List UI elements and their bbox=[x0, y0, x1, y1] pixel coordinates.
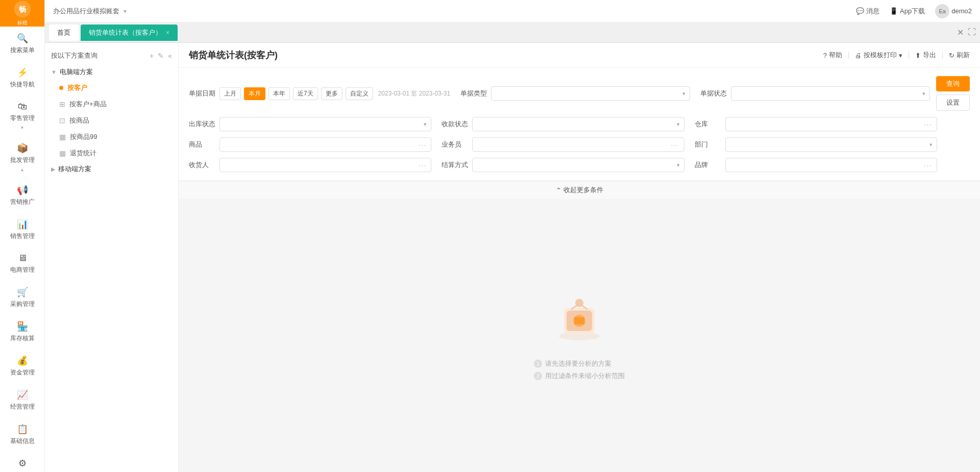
sidebar-item-purchase-mgmt[interactable]: 🛒 采购管理 bbox=[0, 280, 45, 315]
tab-sales-stats-label: 销货单统计表（按客户） bbox=[89, 28, 162, 37]
receiver-select[interactable]: ··· bbox=[219, 158, 431, 172]
brand-select[interactable]: ··· bbox=[725, 158, 937, 172]
sidebar-item-operation-mgmt[interactable]: 📈 经营管理 bbox=[0, 383, 45, 417]
custom-btn[interactable]: 自定义 bbox=[346, 87, 373, 100]
left-panel-title: 按以下方案查询 bbox=[51, 51, 97, 60]
doc-type-select[interactable]: ▾ bbox=[491, 86, 690, 101]
edit-scheme-button[interactable]: ✎ bbox=[158, 52, 164, 60]
tab-home[interactable]: 首页 bbox=[49, 25, 79, 41]
out-status-select[interactable]: ▾ bbox=[219, 117, 431, 131]
filter-product-control: ··· bbox=[219, 137, 431, 152]
salesman-dots-icon: ··· bbox=[671, 141, 680, 149]
close-window-icon[interactable]: ✕ bbox=[957, 28, 964, 37]
sidebar-item-label: 营销推广 bbox=[10, 198, 35, 206]
department-arrow-icon: ▾ bbox=[929, 141, 933, 148]
collapse-panel-button[interactable]: « bbox=[168, 52, 172, 60]
query-button[interactable]: 查询 bbox=[936, 76, 970, 91]
filter-payment-status: 收款状态 ▾ bbox=[442, 117, 684, 131]
settings-button[interactable]: 设置 bbox=[936, 95, 970, 111]
filter-doc-status: 单据状态 ▾ bbox=[700, 86, 930, 101]
sidebar-item-label: 经营管理 bbox=[10, 403, 35, 411]
export-button[interactable]: ⬆ 导出 bbox=[915, 51, 936, 60]
salesman-select[interactable]: ··· bbox=[472, 137, 684, 152]
tab-close-icon[interactable]: × bbox=[166, 29, 169, 36]
sidebar-item-search-menu[interactable]: 🔍 搜索菜单 bbox=[0, 27, 45, 61]
scheme-group-mobile-title[interactable]: ▶ 移动端方案 bbox=[45, 161, 178, 177]
last-month-btn[interactable]: 上月 bbox=[219, 87, 241, 100]
payment-status-select[interactable]: ▾ bbox=[472, 117, 684, 131]
filter-product: 商品 ··· bbox=[189, 137, 431, 152]
scheme-item-return-stats[interactable]: ▦ 退货统计 bbox=[45, 145, 178, 161]
department-select[interactable]: ▾ bbox=[725, 137, 937, 152]
filter-receiver: 收货人 ··· bbox=[189, 158, 431, 172]
product-select[interactable]: ··· bbox=[219, 137, 431, 152]
help-button[interactable]: ? 帮助 bbox=[823, 51, 842, 60]
marketing-icon: 📢 bbox=[17, 184, 28, 196]
page-header: 销货单统计表(按客户) ? 帮助 🖨 按模板打印 ▾ ⬆ bbox=[179, 43, 980, 68]
sidebar-item-sales-mgmt[interactable]: 📊 销售管理 bbox=[0, 213, 45, 247]
filter-doc-status-control: ▾ bbox=[731, 86, 930, 101]
scheme-item-by-customer[interactable]: 按客户 bbox=[45, 80, 178, 96]
top-bar: 办公用品行业模拟账套 ▾ 💬 消息 📱 App下载 Ea demo2 bbox=[45, 0, 980, 22]
user-menu[interactable]: Ea demo2 bbox=[935, 4, 972, 18]
help-icon: ? bbox=[823, 52, 827, 59]
sidebar-item-finance-mgmt[interactable]: 💰 资金管理 bbox=[0, 349, 45, 383]
chevron-down-icon: ▾ bbox=[21, 125, 23, 130]
filter-warehouse-control: ··· bbox=[725, 117, 937, 131]
sidebar-item-wholesale-mgmt[interactable]: 📦 批发管理 ▴ bbox=[0, 136, 45, 178]
sidebar-item-marketing[interactable]: 📢 营销推广 bbox=[0, 178, 45, 213]
date-label: 单据日期 bbox=[189, 89, 219, 98]
doc-status-select[interactable]: ▾ bbox=[731, 86, 930, 101]
payment-status-label: 收款状态 bbox=[442, 120, 472, 129]
sidebar-item-retail-mgmt[interactable]: 🛍 零售管理 ▾ bbox=[0, 95, 45, 136]
refresh-button[interactable]: ↻ 刷新 bbox=[949, 51, 970, 60]
action-buttons: 查询 设置 bbox=[936, 76, 970, 111]
sidebar-item-label: 快捷导航 bbox=[10, 80, 35, 89]
more-btn[interactable]: 更多 bbox=[321, 87, 342, 100]
retail-mgmt-icon: 🛍 bbox=[18, 101, 27, 112]
sidebar-item-label: 电商管理 bbox=[10, 266, 35, 274]
warehouse-select[interactable]: ··· bbox=[725, 117, 937, 131]
this-month-btn[interactable]: 本月 bbox=[244, 87, 265, 100]
template-print-button[interactable]: 🖨 按模板打印 ▾ bbox=[855, 51, 902, 60]
sidebar-item-sys-mgmt[interactable]: ⚙ 系统管理 bbox=[0, 452, 45, 472]
sidebar-item-inventory[interactable]: 🏪 库存核算 bbox=[0, 315, 45, 349]
settlement-select[interactable]: ▾ bbox=[472, 158, 684, 172]
scheme-item-by-product-99[interactable]: ▦ 按商品99 bbox=[45, 129, 178, 145]
brand-label: 品牌 bbox=[695, 160, 725, 170]
this-year-btn[interactable]: 本年 bbox=[268, 87, 290, 100]
export-label: 导出 bbox=[923, 51, 936, 60]
filter-salesman: 业务员 ··· bbox=[442, 137, 684, 152]
scheme-item-by-customer-product[interactable]: ⊞ 按客户+商品 bbox=[45, 96, 178, 112]
sales-mgmt-icon: 📊 bbox=[17, 219, 28, 230]
print-icon: 🖨 bbox=[855, 52, 862, 59]
scheme-group-pc-title[interactable]: ▼ 电脑端方案 bbox=[45, 64, 178, 80]
last-7-btn[interactable]: 近7天 bbox=[293, 87, 318, 100]
filter-payment-status-control: ▾ bbox=[472, 117, 684, 131]
doc-type-label: 单据类型 bbox=[460, 89, 491, 98]
collapse-row[interactable]: ⌃ 收起更多条件 bbox=[179, 181, 980, 199]
app-download-button[interactable]: 📱 App下载 bbox=[890, 7, 925, 16]
svg-text:畅: 畅 bbox=[19, 5, 26, 13]
company-dropdown-icon[interactable]: ▾ bbox=[124, 8, 127, 15]
sidebar-item-quick-nav[interactable]: ⚡ 快捷导航 bbox=[0, 61, 45, 95]
filter-out-status-control: ▾ bbox=[219, 117, 431, 131]
message-button[interactable]: 💬 消息 bbox=[856, 7, 879, 16]
bar-icon: ▦ bbox=[59, 133, 66, 141]
maximize-icon[interactable]: ⛶ bbox=[968, 28, 976, 37]
collapse-chevron-icon: ⌃ bbox=[556, 186, 561, 194]
doc-status-arrow-icon: ▾ bbox=[922, 90, 925, 97]
scheme-item-by-product[interactable]: ⊡ 按商品 bbox=[45, 112, 178, 129]
sidebar-item-ecommerce-mgmt[interactable]: 🖥 电商管理 bbox=[0, 247, 45, 280]
product-label: 商品 bbox=[189, 140, 219, 149]
add-scheme-button[interactable]: + bbox=[150, 52, 154, 60]
inventory-icon: 🏪 bbox=[17, 321, 28, 332]
tab-bar: 首页 销货单统计表（按客户） × ✕ ⛶ bbox=[45, 22, 980, 43]
finance-mgmt-icon: 💰 bbox=[17, 355, 28, 366]
sidebar-item-label: 基础信息 bbox=[10, 437, 35, 445]
filter-warehouse: 仓库 ··· bbox=[695, 117, 937, 131]
message-icon: 💬 bbox=[856, 7, 864, 15]
refresh-label: 刷新 bbox=[957, 51, 970, 60]
sidebar-item-basic-info[interactable]: 📋 基础信息 bbox=[0, 417, 45, 452]
tab-sales-stats[interactable]: 销货单统计表（按客户） × bbox=[81, 25, 178, 41]
